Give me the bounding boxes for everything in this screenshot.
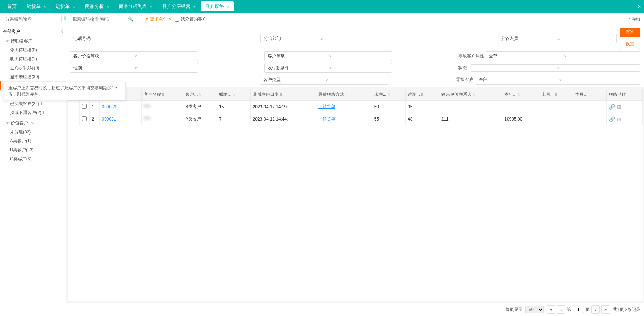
- col-uncontacted[interactable]: 未联... ⇅: [372, 89, 406, 101]
- cell-customer-name: ****: [141, 113, 183, 125]
- manager-field[interactable]: 分管人员 ...: [498, 34, 617, 43]
- pending-contact-group[interactable]: ▼ 待联络客户: [0, 37, 66, 46]
- nav-tab-customer-contact[interactable]: 客户联络 ×: [201, 1, 233, 11]
- total-label: 共1页 2条记录: [613, 307, 640, 313]
- close-icon[interactable]: ×: [193, 4, 195, 9]
- payment-field[interactable]: 收付款条件 ∨: [264, 63, 392, 73]
- col-last-contact-method[interactable]: 最后联络方式 ⇅: [316, 89, 372, 101]
- customer-type-field[interactable]: 客户类型 ∨: [260, 75, 389, 85]
- cell-customer-code[interactable]: 000031: [99, 113, 141, 125]
- price-level-field[interactable]: 客户价格等级 ∨: [70, 51, 198, 61]
- collapse-icon[interactable]: 《: [59, 29, 63, 34]
- col-last-month[interactable]: 上月... ⇅: [539, 89, 573, 101]
- sidebar-item-churned[interactable]: 已流失客户(24) ℹ: [0, 99, 66, 108]
- cell-last-contact-method[interactable]: 下销货单: [316, 113, 372, 125]
- nav-tab-analysis[interactable]: 商品分析 ×: [81, 1, 113, 11]
- my-customers-checkbox[interactable]: [175, 17, 179, 22]
- cell-unit-contacts: 111: [439, 113, 502, 125]
- retail-customer-field[interactable]: 全部 ∨: [476, 75, 640, 85]
- close-icon[interactable]: ×: [73, 4, 75, 9]
- nav-tab-home[interactable]: 首页: [3, 1, 21, 11]
- nav-tab-purchase[interactable]: 进货单 ×: [51, 1, 79, 11]
- link-action-icon[interactable]: 🔗: [609, 116, 615, 122]
- value-customer-group[interactable]: ▼ 价值客户 ✎: [0, 119, 66, 128]
- export-button[interactable]: ↑ 导出: [629, 16, 640, 22]
- first-page-btn[interactable]: «: [547, 305, 555, 314]
- settings-button[interactable]: 设置: [620, 39, 640, 49]
- row-checkbox[interactable]: [82, 104, 87, 109]
- col-customer-type[interactable]: 客户... ⇅: [183, 89, 217, 101]
- cell-index: 1: [89, 101, 99, 113]
- gender-field[interactable]: 性别 ∨: [70, 63, 198, 73]
- sort-icon: ⇅: [588, 93, 591, 96]
- table-row: 1 000039 **** B类客户 15 2023-04-17 14:19: …: [68, 101, 643, 113]
- main-search-input[interactable]: [73, 16, 126, 22]
- cell-empty: [68, 113, 79, 125]
- page-label: 第: [567, 307, 571, 313]
- col-contact-count[interactable]: 联络... ⇅: [217, 89, 251, 101]
- sort-icon: ⇅: [421, 93, 423, 96]
- contact-method-link[interactable]: 下销货单: [318, 104, 335, 109]
- customer-level-field[interactable]: 客户等级 ∨: [264, 51, 392, 61]
- nav-tab-customer-tier[interactable]: 客户分层经营 ×: [158, 1, 200, 11]
- last-page-btn[interactable]: »: [601, 305, 610, 314]
- all-customers-label: 全部客户: [3, 29, 20, 35]
- close-icon[interactable]: ×: [227, 4, 229, 9]
- search-icon[interactable]: 🔍: [128, 16, 133, 22]
- sort-icon: ⇅: [232, 93, 235, 96]
- sidebar-item-class-a[interactable]: A类客户(1): [0, 137, 66, 146]
- edit-icon[interactable]: ✎: [31, 121, 34, 126]
- all-customers-header[interactable]: 全部客户 《: [0, 27, 66, 37]
- filter-row-2: 客户价格等级 ∨ 客户等级 ∨ 零散客户属性 全部 ∨: [70, 51, 640, 61]
- department-field[interactable]: 分管部门 ∨: [260, 34, 380, 43]
- more-conditions-btn[interactable]: ▼ 更多条件 ∨: [145, 16, 172, 22]
- sidebar-item-7days[interactable]: 近7天待联络(0): [0, 63, 66, 72]
- col-unit-contacts[interactable]: 往来单位联系人 ⇅: [439, 89, 502, 101]
- contact-method-link[interactable]: 下销货单: [318, 116, 335, 121]
- cell-customer-code[interactable]: 000039: [99, 101, 141, 113]
- query-button[interactable]: 查询: [620, 28, 640, 37]
- grid-action-icon[interactable]: ⊞: [617, 116, 621, 122]
- col-this-month[interactable]: 本月... ⇅: [573, 89, 607, 101]
- sidebar-search-input[interactable]: [3, 15, 62, 23]
- page-input[interactable]: [573, 306, 584, 313]
- col-last-contact-date[interactable]: 最后联络日期 ⇅: [250, 89, 316, 101]
- sidebar-item-today[interactable]: 今天待联络(0): [0, 46, 66, 55]
- status-field[interactable]: ∨: [471, 64, 640, 72]
- link-action-icon[interactable]: 🔗: [609, 104, 615, 110]
- sort-icon: ⇅: [279, 93, 282, 96]
- value-customer-label: 价值客户: [11, 120, 28, 126]
- sidebar-item-unclassified[interactable]: 未分组(32): [0, 128, 66, 137]
- next-page-btn[interactable]: ›: [591, 305, 600, 314]
- filter-actions: 查询 设置: [620, 28, 640, 49]
- close-icon[interactable]: ×: [107, 4, 109, 9]
- sidebar-item-class-c[interactable]: C类客户(6): [0, 155, 66, 164]
- sidebar-search-icon[interactable]: 🔍: [63, 16, 66, 22]
- cell-last-contact-method[interactable]: 下销货单: [316, 101, 372, 113]
- grid-action-icon[interactable]: ⊞: [617, 104, 621, 110]
- nav-tab-sales[interactable]: 销货单 ×: [22, 1, 50, 11]
- row-checkbox[interactable]: [82, 116, 87, 121]
- close-icon[interactable]: ×: [150, 4, 152, 9]
- my-customers-checkbox-label[interactable]: 我分管的客户: [175, 16, 207, 22]
- sidebar-item-overdue[interactable]: 逾期未联络(30): [0, 72, 66, 81]
- phone-field[interactable]: 电话号码: [70, 34, 142, 43]
- retail-attr-field[interactable]: 全部 ∨: [486, 51, 640, 61]
- sort-icon: ⇅: [517, 93, 520, 96]
- col-this-year[interactable]: 本年... ⇅: [502, 89, 539, 101]
- sidebar-item-declining[interactable]: 持续下滑客户(2) ℹ: [0, 108, 66, 117]
- prev-page-btn[interactable]: ‹: [557, 305, 565, 314]
- close-icon[interactable]: ×: [43, 4, 46, 9]
- sidebar-item-tomorrow[interactable]: 明天待联络(1): [0, 55, 66, 63]
- customer-name-text: ****: [144, 117, 150, 122]
- col-customer-name[interactable]: 客户名称 ⇅: [141, 89, 183, 101]
- sidebar-item-class-b[interactable]: B类客户(33): [0, 146, 66, 155]
- pagination: « ‹ 第 页 › »: [547, 305, 610, 314]
- window-close-button[interactable]: ×: [637, 3, 641, 10]
- nav-tab-analysis-list[interactable]: 商品分析列表 ×: [115, 1, 156, 11]
- filter-row-4: ... 客户类型 ∨ 零散客户 全部 ∨: [70, 75, 640, 85]
- col-overdue[interactable]: 逾期... ⇅: [406, 89, 439, 101]
- per-page-select[interactable]: 50 100 200: [525, 306, 544, 313]
- cell-this-month: [573, 101, 607, 113]
- chevron-down-icon: ∨: [329, 54, 389, 58]
